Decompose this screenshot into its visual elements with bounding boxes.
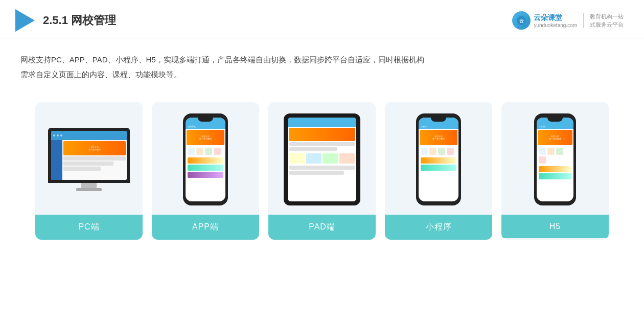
svg-text:云: 云	[519, 18, 524, 24]
brand-logo: 云 云朵课堂 yunduoketang.com 教育机构一站 式服务云平台	[512, 11, 624, 30]
header-right: 云 云朵课堂 yunduoketang.com 教育机构一站 式服务云平台	[512, 11, 624, 30]
brand-divider	[583, 13, 584, 28]
h5-image-area: H5页面 创进人的第一堂兴趣课	[501, 102, 609, 215]
header-left: 2.5.1 网校管理	[15, 9, 116, 32]
app-phone-screen: 云朵课堂 创进人的第一堂兴趣课	[186, 118, 225, 201]
tablet-mockup	[284, 113, 360, 205]
description-text: 网校支持PC、APP、PAD、小程序、H5，实现多端打通，产品各终端自由切换，数…	[0, 38, 644, 87]
pad-image-area	[268, 102, 376, 215]
tablet-screen	[288, 118, 356, 201]
header: 2.5.1 网校管理 云 云朵课堂 yunduoketang.com 教	[0, 0, 644, 38]
brand-icon: 云	[512, 11, 531, 30]
pc-mockup: 创进人的第一堂兴趣课	[48, 128, 130, 191]
h5-phone-mockup: H5页面 创进人的第一堂兴趣课	[534, 113, 576, 205]
miniprogram-phone-mockup: 小程序 创进人的第一堂兴趣课	[416, 113, 461, 205]
logo-triangle-icon	[15, 9, 35, 32]
app-phone-mockup: 云朵课堂 创进人的第一堂兴趣课	[183, 113, 228, 205]
monitor: 创进人的第一堂兴趣课	[48, 128, 130, 183]
monitor-screen: 创进人的第一堂兴趣课	[51, 131, 127, 180]
pad-card: PAD端	[268, 102, 376, 240]
page: 2.5.1 网校管理 云 云朵课堂 yunduoketang.com 教	[0, 0, 644, 322]
page-title: 2.5.1 网校管理	[43, 13, 116, 28]
pc-label: PC端	[35, 215, 143, 240]
brand-slogan: 教育机构一站 式服务云平台	[590, 12, 624, 29]
cards-container: 创进人的第一堂兴趣课 PC端	[0, 87, 644, 250]
pad-label: PAD端	[268, 215, 376, 240]
app-card: 云朵课堂 创进人的第一堂兴趣课	[152, 102, 259, 240]
miniprogram-card: 小程序 创进人的第一堂兴趣课	[385, 102, 492, 240]
miniprogram-image-area: 小程序 创进人的第一堂兴趣课	[385, 102, 492, 215]
pc-card: 创进人的第一堂兴趣课 PC端	[35, 102, 143, 240]
h5-label: H5	[501, 215, 609, 238]
miniprogram-label: 小程序	[385, 215, 492, 240]
miniprogram-phone-screen: 小程序 创进人的第一堂兴趣课	[419, 118, 458, 201]
app-label: APP端	[152, 215, 259, 240]
h5-phone-screen: H5页面 创进人的第一堂兴趣课	[537, 118, 573, 201]
brand-text: 云朵课堂 yunduoketang.com	[534, 13, 577, 28]
pc-image-area: 创进人的第一堂兴趣课	[35, 102, 143, 215]
h5-card: H5页面 创进人的第一堂兴趣课	[501, 102, 609, 240]
app-image-area: 云朵课堂 创进人的第一堂兴趣课	[152, 102, 259, 215]
